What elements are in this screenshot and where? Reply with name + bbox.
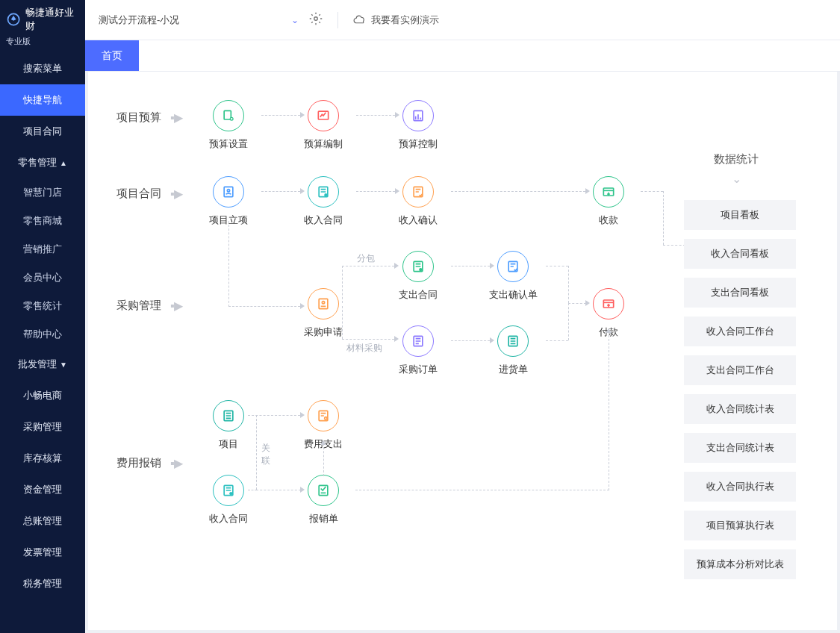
- sidebar-item-xiaochang[interactable]: 小畅电商: [0, 380, 85, 411]
- brand-logo: 畅捷通好业财: [0, 0, 85, 36]
- btn-project-board[interactable]: 项目看板: [684, 200, 796, 230]
- demo-link[interactable]: 我要看实例演示: [353, 13, 439, 27]
- divider: [337, 12, 338, 28]
- tabbar: 首页: [85, 40, 840, 72]
- btn-income-board[interactable]: 收入合同看板: [684, 239, 796, 269]
- btn-income-workbench[interactable]: 收入合同工作台: [684, 316, 796, 346]
- sidebar-item-project-contract[interactable]: 项目合同: [0, 116, 85, 147]
- caret-up-icon: ▲: [60, 159, 67, 167]
- btn-budget-cost-compare[interactable]: 预算成本分析对比表: [684, 549, 796, 579]
- brand-edition: 专业版: [0, 36, 85, 53]
- node-budget-ctrl[interactable]: 预算控制: [388, 100, 448, 151]
- caret-down-icon: ▼: [60, 361, 67, 369]
- row-procure-label: 采购管理: [116, 299, 161, 313]
- flow-canvas: 项目预算 ▪▶ 项目合同 ▪▶ 采购管理 ▪▶ 费用报销 ▪▶ 预算设置 预算编…: [88, 72, 837, 630]
- node-expense-contract[interactable]: 支出合同: [388, 251, 448, 302]
- sidebar-item-wholesale[interactable]: 批发管理▼: [0, 349, 85, 380]
- org-selector-text: 测试分开流程-小况: [99, 13, 179, 27]
- node-income-confirm[interactable]: 收入确认: [388, 176, 448, 227]
- arrow-icon: ▪▶: [170, 299, 182, 313]
- node-expense-confirm[interactable]: 支出确认单: [483, 251, 543, 302]
- tab-home[interactable]: 首页: [85, 40, 139, 71]
- node-procure-apply[interactable]: 采购申请: [293, 288, 353, 339]
- arrow-icon: ▪▶: [170, 110, 182, 125]
- svg-point-9: [324, 193, 327, 196]
- brand-name: 畅捷通好业财: [25, 6, 79, 33]
- node-goods-in[interactable]: 进货单: [483, 325, 543, 376]
- chevron-down-icon: ⌄: [732, 172, 741, 186]
- demo-text: 我要看实例演示: [371, 13, 439, 27]
- sidebar-sub-retail-mall[interactable]: 零售商城: [0, 207, 85, 235]
- sidebar-item-tax[interactable]: 税务管理: [0, 568, 85, 599]
- topbar: 测试分开流程-小况 ⌄ 我要看实例演示: [85, 0, 840, 40]
- node-income-contract-2[interactable]: 收入合同: [199, 475, 258, 526]
- svg-point-7: [227, 190, 229, 192]
- sidebar: 畅捷通好业财 专业版 搜索菜单 快捷导航 项目合同 零售管理▲ 智慧门店 零售商…: [0, 0, 85, 633]
- arrow-icon: ▪▶: [170, 187, 182, 201]
- sidebar-item-funds[interactable]: 资金管理: [0, 474, 85, 505]
- row-expense-label: 费用报销: [116, 456, 161, 470]
- node-proj-create[interactable]: 项目立项: [199, 176, 258, 227]
- node-income-contract[interactable]: 收入合同: [293, 176, 353, 227]
- sidebar-item-retail[interactable]: 零售管理▲: [0, 147, 85, 178]
- subcontract-label: 分包: [357, 252, 375, 265]
- relation-label: 关 联: [261, 442, 270, 467]
- btn-expense-workbench[interactable]: 支出合同工作台: [684, 355, 796, 385]
- sidebar-sub-retail-stats[interactable]: 零售统计: [0, 292, 85, 320]
- btn-expense-stats[interactable]: 支出合同统计表: [684, 433, 796, 463]
- sidebar-item-procure[interactable]: 采购管理: [0, 411, 85, 443]
- svg-point-13: [322, 302, 324, 304]
- btn-budget-exec[interactable]: 项目预算执行表: [684, 511, 796, 540]
- btn-expense-board[interactable]: 支出合同看板: [684, 278, 796, 308]
- node-budget-setup[interactable]: 预算设置: [199, 100, 258, 151]
- row-budget-label: 项目预算: [116, 110, 161, 125]
- sidebar-item-ledger[interactable]: 总账管理: [0, 505, 85, 537]
- material-label: 材料采购: [346, 342, 382, 355]
- org-selector[interactable]: 测试分开流程-小况 ⌄: [99, 13, 299, 27]
- right-title: 数据统计: [714, 152, 759, 166]
- sidebar-sub-smart-store[interactable]: 智慧门店: [0, 178, 85, 207]
- node-reimburse[interactable]: 报销单: [293, 475, 353, 526]
- sidebar-sub-help[interactable]: 帮助中心: [0, 320, 85, 349]
- svg-point-1: [314, 17, 318, 21]
- cloud-icon: [353, 13, 367, 27]
- sidebar-item-inventory[interactable]: 库存核算: [0, 443, 85, 474]
- node-budget-make[interactable]: 预算编制: [293, 100, 353, 151]
- arrow-icon: ▪▶: [170, 456, 182, 470]
- node-procure-order[interactable]: 采购订单: [388, 325, 448, 376]
- chevron-down-icon: ⌄: [291, 15, 299, 25]
- svg-point-22: [325, 417, 327, 420]
- sidebar-item-search[interactable]: 搜索菜单: [0, 53, 85, 84]
- svg-point-24: [229, 492, 232, 495]
- btn-income-stats[interactable]: 收入合同统计表: [684, 394, 796, 424]
- sidebar-sub-marketing[interactable]: 营销推广: [0, 235, 85, 264]
- svg-point-15: [419, 268, 422, 271]
- btn-income-exec[interactable]: 收入合同执行表: [684, 472, 796, 502]
- node-proj[interactable]: 项目: [199, 400, 258, 451]
- gear-icon[interactable]: [309, 12, 323, 28]
- sidebar-item-invoice[interactable]: 发票管理: [0, 537, 85, 568]
- sidebar-item-quicknav[interactable]: 快捷导航: [0, 84, 85, 116]
- node-receive[interactable]: 收款: [579, 176, 638, 227]
- row-contract-label: 项目合同: [116, 187, 161, 201]
- sidebar-sub-member[interactable]: 会员中心: [0, 264, 85, 292]
